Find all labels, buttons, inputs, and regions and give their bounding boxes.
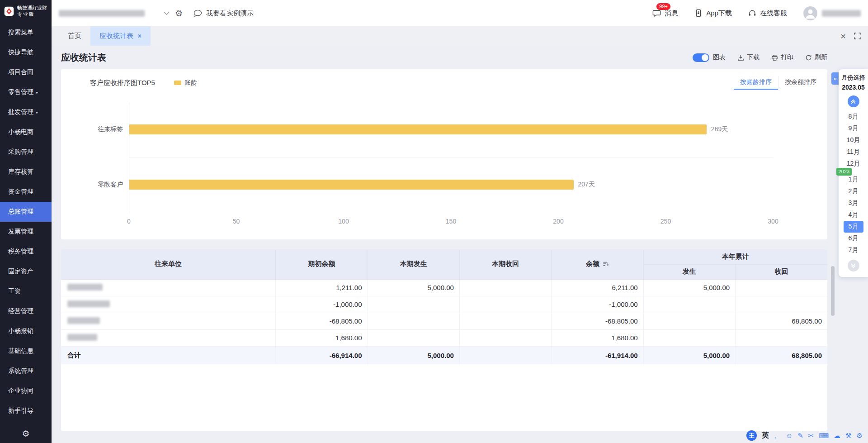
sidebar-item[interactable]: 资金管理 (0, 182, 52, 202)
month-item[interactable]: 2月 (844, 186, 863, 197)
x-axis-tick: 150 (446, 218, 456, 225)
sidebar-item[interactable]: 经营管理 (0, 301, 52, 321)
sidebar-item[interactable]: 搜索菜单 (0, 23, 52, 43)
month-item[interactable]: 3月 (844, 197, 863, 209)
sidebar-item[interactable]: 项目合同 (0, 62, 52, 82)
month-item[interactable]: 5月 (844, 221, 863, 233)
pen-icon[interactable]: ✎ (797, 432, 803, 440)
app-root: 畅捷通好业财 专业版 搜索菜单快捷导航项目合同零售管理▾批发管理▾小畅电商采购管… (0, 0, 868, 443)
sidebar-item[interactable]: 企业协同 (0, 381, 52, 401)
user-profile[interactable] (803, 6, 861, 20)
tab-receivable-report[interactable]: 应收统计表 × (90, 26, 151, 46)
amount-cell: 6,211.00 (552, 279, 643, 296)
amount-cell (459, 313, 551, 329)
demo-link[interactable]: 我要看实例演示 (193, 9, 254, 18)
tab-home[interactable]: 首页 (59, 26, 90, 46)
legend: 账龄 (174, 79, 197, 87)
sidebar-settings-gear-icon[interactable]: ⚙ (0, 424, 52, 443)
ime-toolbar[interactable]: 王 英 、☺✎✂⌨☁⚒⚙ (746, 430, 863, 441)
scroll-down-button[interactable] (848, 260, 859, 272)
sidebar-item[interactable]: 系统管理 (0, 361, 52, 381)
keyboard-icon[interactable]: ⌨ (819, 432, 829, 440)
sidebar-item[interactable]: 库存核算 (0, 162, 52, 182)
x-axis-tick: 100 (338, 218, 349, 225)
collapse-panel-button[interactable]: » (831, 72, 839, 85)
sort-by-balance-tab[interactable]: 按余额排序 (778, 76, 823, 90)
refresh-button[interactable]: 刷新 (805, 53, 827, 62)
customer-name-cell (61, 329, 276, 346)
month-item[interactable]: 7月 (844, 244, 863, 256)
bar-value-label: 269天 (711, 125, 728, 133)
download-button[interactable]: 下载 (737, 53, 760, 62)
punctuation-icon[interactable]: 、 (774, 431, 781, 440)
month-item[interactable]: 6月 (844, 233, 863, 244)
sidebar-item[interactable]: 固定资产 (0, 262, 52, 281)
print-button[interactable]: 打印 (771, 53, 793, 62)
sidebar-item[interactable]: 基础信息 (0, 341, 52, 361)
redacted-customer-name (67, 300, 110, 307)
emoji-icon[interactable]: ☺ (786, 432, 793, 439)
toolbox-icon[interactable]: ⚒ (845, 432, 851, 440)
settings-gear-icon[interactable]: ⚙ (175, 8, 183, 19)
chart-toggle[interactable] (693, 53, 709, 62)
sidebar-item[interactable]: 小畅报销 (0, 321, 52, 341)
month-item[interactable]: 11月 (844, 146, 863, 158)
col-header-ytd-occur: 发生 (643, 264, 735, 279)
scissors-icon[interactable]: ✂ (808, 432, 814, 440)
col-header-balance[interactable]: 余额 (552, 249, 643, 279)
sidebar-item[interactable]: 零售管理▾ (0, 82, 52, 102)
sidebar-item[interactable]: 快捷导航 (0, 43, 52, 62)
customer-name-cell (61, 279, 276, 296)
table-row[interactable]: 1,211.005,000.006,211.005,000.00 (61, 279, 827, 296)
amount-cell (736, 329, 827, 346)
sidebar-item[interactable]: 发票管理 (0, 222, 52, 242)
sidebar-item[interactable]: 小畅电商 (0, 122, 52, 142)
bar-category-label: 往来标签 (57, 125, 123, 133)
table-row[interactable]: -1,000.00-1,000.00 (61, 296, 827, 313)
sort-icon[interactable] (603, 261, 609, 267)
tabbar-actions: × (840, 26, 861, 46)
table-row[interactable]: 1,680.001,680.00 (61, 329, 827, 346)
bar-chart: 往来标签269天零散客户207天 050100150200250300 (61, 102, 773, 227)
sidebar-item[interactable]: 新手引导 (0, 401, 52, 421)
table-row[interactable]: -68,805.00-68,805.0068,805.00 (61, 313, 827, 329)
sidebar-item[interactable]: 采购管理 (0, 142, 52, 162)
fullscreen-icon[interactable] (854, 33, 861, 39)
month-item[interactable]: 9月 (844, 123, 863, 134)
close-icon[interactable]: × (137, 33, 142, 40)
scroll-up-button[interactable] (848, 95, 859, 107)
month-item[interactable]: 1月 (844, 174, 863, 186)
bar-row: 往来标签269天 (129, 102, 773, 157)
page-actions: 图表 下载 打印 刷新 (693, 53, 827, 62)
settings-gear-icon[interactable]: ⚙ (857, 432, 863, 440)
messages-button[interactable]: 99+ 消息 (652, 9, 678, 18)
sidebar-item[interactable]: 批发管理▾ (0, 102, 52, 122)
bar-row: 零散客户207天 (129, 157, 773, 212)
month-item[interactable]: 4月 (844, 209, 863, 221)
sidebar-item-label: 基础信息 (8, 347, 33, 355)
ime-logo-icon[interactable]: 王 (746, 430, 757, 441)
sort-by-aging-tab[interactable]: 按账龄排序 (734, 76, 778, 90)
sidebar-item-label: 零售管理 (8, 88, 33, 96)
app-download-button[interactable]: App下载 (694, 9, 732, 18)
online-service-button[interactable]: 在线客服 (748, 9, 787, 18)
double-chevron-up-icon (850, 99, 856, 105)
demo-link-label: 我要看实例演示 (206, 9, 254, 18)
ime-language-indicator[interactable]: 英 (762, 431, 769, 440)
cloud-icon[interactable]: ☁ (834, 432, 840, 440)
legend-swatch (174, 81, 181, 85)
x-axis-tick: 0 (127, 218, 131, 225)
month-item[interactable]: 10月 (844, 134, 863, 146)
sidebar-item-label: 工资 (8, 287, 21, 295)
month-item[interactable]: 8月 (844, 111, 863, 123)
scrollbar-thumb[interactable] (831, 266, 835, 316)
close-all-tabs-icon[interactable]: × (840, 32, 846, 41)
sidebar-item[interactable]: 工资 (0, 281, 52, 301)
total-amount-cell (459, 346, 551, 364)
org-selector[interactable] (59, 10, 170, 17)
sidebar-item-label: 小畅报销 (8, 327, 33, 335)
sidebar-item[interactable]: 总账管理 (0, 202, 52, 222)
sidebar-item[interactable]: 税务管理 (0, 242, 52, 262)
main-area: ⚙ 我要看实例演示 99+ 消息 App下载 在线客服 (52, 0, 868, 443)
app-download-label: App下载 (706, 9, 732, 18)
